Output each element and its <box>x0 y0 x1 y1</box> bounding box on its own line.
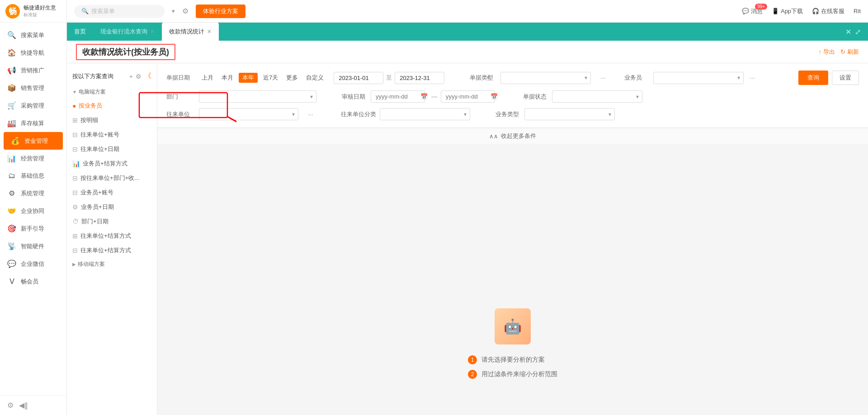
tree-item-dept-date[interactable]: ⏱ 部门+日期 <box>67 214 157 229</box>
tab-maximize-icon[interactable]: ⤢ <box>855 28 861 36</box>
date-end-input[interactable]: 2023-12-31 <box>395 72 444 84</box>
voucher-type-more-icon[interactable]: ··· <box>598 72 608 84</box>
panel-collapse-icon[interactable]: 《 <box>144 71 151 81</box>
shortcut-this-month[interactable]: 本月 <box>219 73 236 83</box>
tab-collection-stats-close[interactable]: ✕ <box>207 28 212 35</box>
logo-text: 畅捷通好生意 标准版 <box>24 5 56 18</box>
biz-type-select[interactable] <box>524 108 615 120</box>
query-button[interactable]: 查询 <box>798 71 828 85</box>
panel-header-actions: + ⚙ 《 <box>129 71 151 81</box>
audit-label: 审核日期 <box>342 93 367 101</box>
unit-dept-coll-icon: ⊟ <box>72 174 78 182</box>
tree-item-by-detail[interactable]: ⊞ 按明细 <box>67 113 157 127</box>
sidebar-bottom: ⚙ ◀‖ <box>0 395 66 415</box>
by-staff-icon: ● <box>72 102 76 109</box>
sidebar-item-inventory[interactable]: 🏭 库存核算 <box>0 114 66 132</box>
collapse-icon: ∧∧ <box>489 133 498 140</box>
topbar-search[interactable]: 🔍 搜索菜单 <box>74 5 165 18</box>
counterpart-classify-label: 往来单位分类 <box>341 110 376 118</box>
tree-section-mobile: ▶ 移动端方案 <box>67 258 157 271</box>
sidebar-item-enterprise[interactable]: 🤝 企业协同 <box>0 202 66 220</box>
tree-item-by-staff[interactable]: ● 按业务员 <box>67 99 157 113</box>
counterpart-classify-select[interactable] <box>380 108 470 120</box>
logo-icon: 畅 <box>5 4 20 19</box>
sidebar-item-basic-info[interactable]: 🗂 基础信息 <box>0 167 66 184</box>
empty-hints: 1 请先选择要分析的方案 2 用过滤条件来缩小分析范围 <box>468 355 557 379</box>
date-range-group: 2023-01-01 至 2023-12-31 <box>334 72 444 84</box>
tree-chevron-desktop[interactable]: ▼ <box>72 90 77 94</box>
tree-item-unit-dept-coll[interactable]: ⊟ 按往来单位+部门+收... <box>67 171 157 185</box>
tree-item-unit-settle1[interactable]: ⊞ 往来单位+结算方式 <box>67 229 157 243</box>
sidebar-item-finance[interactable]: 💰 资金管理 <box>4 132 63 150</box>
tree-section-desktop: ▼ 电脑端方案 <box>67 85 157 99</box>
sidebar-item-marketing[interactable]: 📢 营销推广 <box>0 61 66 79</box>
sidebar-item-search-menu[interactable]: 🔍 搜索菜单 <box>0 26 66 44</box>
sidebar-settings-icon[interactable]: ⚙ <box>7 401 14 410</box>
sidebar-item-operation[interactable]: 📊 经营管理 <box>0 150 66 167</box>
audit-start-input[interactable] <box>371 90 425 103</box>
trial-button[interactable]: 体验行业方案 <box>196 5 245 18</box>
sidebar-collapse-icon[interactable]: ◀‖ <box>19 401 28 410</box>
tab-bank-flow-close[interactable]: ✕ <box>150 28 155 35</box>
page-header: 收款情况统计(按业务员) ↑ 导出 ↻ 刷新 <box>67 41 868 63</box>
tree-item-staff-date[interactable]: ⚙ 业务员+日期 <box>67 200 157 214</box>
app-icon: 📱 <box>772 8 779 14</box>
setting-button[interactable]: 设置 <box>832 71 859 85</box>
export-button[interactable]: ↑ 导出 <box>819 48 835 56</box>
tree-item-unit-account[interactable]: ⊟ 往来单位+账号 <box>67 127 157 142</box>
tab-bank-flow[interactable]: 现金银行流水查询 ✕ <box>93 23 162 41</box>
counterpart-select-wrapper <box>199 108 298 120</box>
tree-item-staff-settle[interactable]: 📊 业务员+结算方式 <box>67 156 157 171</box>
counterpart-more-icon[interactable]: ··· <box>306 108 316 120</box>
sidebar-item-sales[interactable]: 📦 销售管理 <box>0 79 66 97</box>
staff-more-icon[interactable]: ··· <box>747 72 757 84</box>
sidebar-item-quick-nav[interactable]: 🏠 快捷导航 <box>0 44 66 61</box>
audit-end-input[interactable] <box>441 90 495 103</box>
panel-add-icon[interactable]: + <box>129 73 133 80</box>
filter-area: 单据日期 上月 本月 本年 近7天 更多 自定义 2023-01-01 至 20… <box>157 63 868 128</box>
sidebar-item-system[interactable]: ⚙ 系统管理 <box>0 184 66 202</box>
biz-type-group: 业务类型 <box>495 108 615 120</box>
basic-info-icon: 🗂 <box>7 172 16 180</box>
sidebar-item-smart-hw[interactable]: 📡 智能硬件 <box>0 237 66 255</box>
refresh-button[interactable]: ↻ 刷新 <box>840 48 859 56</box>
filter-row-1: 单据日期 上月 本月 本年 近7天 更多 自定义 2023-01-01 至 20… <box>166 71 859 85</box>
tree-item-unit-date[interactable]: ⊟ 往来单位+日期 <box>67 142 157 156</box>
app-download-button[interactable]: 📱 App下载 <box>772 7 803 15</box>
left-panel: 按以下方案查询 + ⚙ 《 ▼ 电脑端方案 ● 按业务员 ⊞ 按明细 <box>67 63 157 415</box>
tree-item-staff-account[interactable]: ⊟ 业务员+账号 <box>67 185 157 200</box>
tree-item-unit-settle2[interactable]: ⊟ 往来单位+结算方式 <box>67 243 157 258</box>
staff-date-icon: ⚙ <box>72 203 78 211</box>
tree-chevron-mobile[interactable]: ▶ <box>72 262 76 267</box>
shortcut-this-year[interactable]: 本年 <box>239 73 258 83</box>
marketing-icon: 📢 <box>7 66 16 75</box>
topbar-chevron-icon[interactable]: ▾ <box>172 8 175 14</box>
user-avatar[interactable]: Rit <box>854 8 861 14</box>
smart-hw-icon: 📡 <box>7 242 16 250</box>
biz-type-label: 业务类型 <box>495 110 521 118</box>
main-content: 收款情况统计(按业务员) ↑ 导出 ↻ 刷新 按以下方案查询 + ⚙ 《 <box>67 41 868 415</box>
shortcut-more[interactable]: 更多 <box>283 73 301 83</box>
tab-close-all-icon[interactable]: ✕ <box>845 28 851 36</box>
sidebar-item-purchase[interactable]: 🛒 采购管理 <box>0 97 66 114</box>
collapse-bar[interactable]: ∧∧ 收起更多条件 <box>157 128 868 144</box>
date-start-input[interactable]: 2023-01-01 <box>334 72 383 84</box>
sidebar-item-guide[interactable]: 🎯 新手引导 <box>0 220 66 237</box>
tab-collection-stats[interactable]: 收款情况统计 ✕ <box>162 23 219 41</box>
message-button[interactable]: 💬 消息 99+ <box>742 7 763 15</box>
panel-settings-icon[interactable]: ⚙ <box>136 73 142 80</box>
topbar-gear-icon[interactable]: ⚙ <box>182 7 189 15</box>
online-service-button[interactable]: 🎧 在线客服 <box>812 7 844 15</box>
sidebar-item-member[interactable]: Ⅴ 畅会员 <box>0 273 66 290</box>
shortcut-last-7days[interactable]: 近7天 <box>260 73 281 83</box>
counterpart-select[interactable] <box>199 108 298 120</box>
staff-select[interactable] <box>653 72 744 84</box>
dept-select[interactable] <box>199 90 316 103</box>
page-actions: ↑ 导出 ↻ 刷新 <box>819 48 859 56</box>
voucher-type-select[interactable] <box>500 72 591 84</box>
shortcut-custom[interactable]: 自定义 <box>303 73 326 83</box>
shortcut-last-month[interactable]: 上月 <box>199 73 216 83</box>
sidebar-item-wechat[interactable]: 💬 企业微信 <box>0 255 66 273</box>
tab-home[interactable]: 首页 <box>67 23 93 41</box>
doc-status-select[interactable] <box>552 90 642 103</box>
